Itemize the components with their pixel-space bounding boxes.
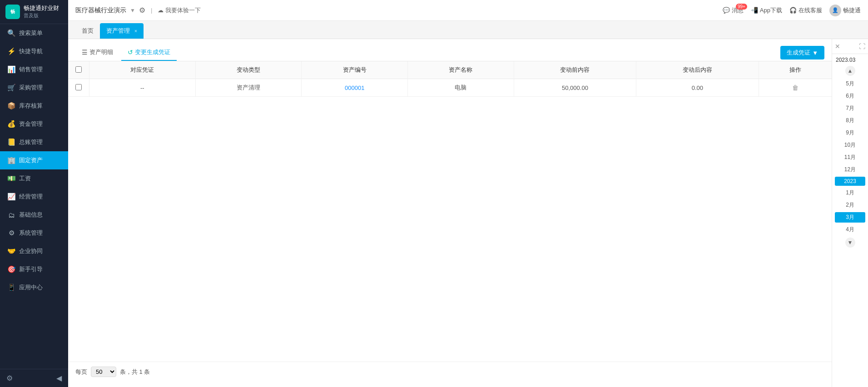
subtab-change-voucher-label: 变更生成凭证 — [135, 48, 170, 56]
sidebar-logo: 畅 畅捷通好业财 普及版 — [0, 0, 68, 24]
flash-icon: ⚡ — [7, 47, 15, 55]
month-9[interactable]: 9月 — [832, 127, 868, 139]
right-panel-header: ✕ ⛶ — [832, 39, 868, 54]
topbar-left: 医疗器械行业演示 ▼ ⚙ | ☁ 我要体验一下 — [75, 6, 201, 15]
refresh-icon: ↺ — [128, 49, 133, 56]
online-service-button[interactable]: 🎧 在线客服 — [789, 6, 822, 15]
row-checkbox[interactable] — [75, 84, 82, 90]
row-before-content: 50,000.00 — [514, 79, 636, 97]
data-table: 对应凭证 变动类型 资产编号 资产名称 变动前内容 变动后内容 操作 — [68, 61, 832, 97]
subtab-change-voucher[interactable]: ↺ 变更生成凭证 — [121, 45, 177, 61]
sidebar-item-guide[interactable]: 🎯 新手引导 — [0, 260, 68, 278]
generate-voucher-button[interactable]: 生成凭证 ▼ — [780, 46, 824, 60]
tab-home-label: 首页 — [82, 27, 94, 34]
page-content: ☰ 资产明细 ↺ 变更生成凭证 生成凭证 ▼ — [68, 39, 868, 387]
search-icon: 🔍 — [7, 29, 15, 37]
month-5[interactable]: 5月 — [832, 78, 868, 90]
app-download-button[interactable]: 📲 App下载 — [751, 6, 782, 15]
date-scroll-down[interactable]: ▼ — [845, 238, 855, 248]
expand-panel-icon[interactable]: ⛶ — [859, 43, 865, 50]
sidebar-label-salary: 工资 — [19, 174, 31, 183]
sidebar-label-ledger: 总账管理 — [19, 138, 43, 146]
username-label: 畅捷通 — [843, 6, 861, 15]
sidebar-item-sales[interactable]: 📊 销售管理 — [0, 60, 68, 79]
chart-icon: 📊 — [7, 65, 15, 74]
sidebar-item-enterprise[interactable]: 🤝 企业协同 — [0, 242, 68, 260]
select-all-checkbox[interactable] — [75, 66, 82, 73]
tab-home[interactable]: 首页 — [75, 23, 100, 39]
sidebar-item-search[interactable]: 🔍 搜索菜单 — [0, 24, 68, 42]
sidebar-item-ledger[interactable]: 📒 总账管理 — [0, 133, 68, 151]
sidebar-item-appcenter[interactable]: 📱 应用中心 — [0, 278, 68, 297]
month-11[interactable]: 11月 — [832, 151, 868, 164]
book-icon: 📒 — [7, 138, 15, 146]
main-area: 医疗器械行业演示 ▼ ⚙ | ☁ 我要体验一下 💬 消息 99+ 📲 App下载… — [68, 0, 868, 387]
month-10[interactable]: 10月 — [832, 139, 868, 151]
sidebar-item-fixedassets[interactable]: 🏢 固定资产 — [0, 151, 68, 169]
target-icon: 🎯 — [7, 265, 15, 273]
year-2023-badge[interactable]: 2023 — [835, 177, 865, 186]
tab-close-icon[interactable]: × — [134, 28, 137, 34]
sidebar-item-quicknav[interactable]: ⚡ 快捷导航 — [0, 42, 68, 60]
sidebar-item-purchase[interactable]: 🛒 采购管理 — [0, 79, 68, 97]
year-header-2023: 2023.03 — [832, 54, 868, 64]
sidebar-label-search: 搜索菜单 — [19, 29, 43, 37]
sidebar-label-operations: 经营管理 — [19, 193, 43, 201]
close-panel-icon[interactable]: ✕ — [835, 43, 840, 50]
month-1[interactable]: 1月 — [832, 187, 868, 199]
sidebar-item-basicinfo[interactable]: 🗂 基础信息 — [0, 206, 68, 224]
sidebar-label-quicknav: 快捷导航 — [19, 47, 43, 55]
month-6[interactable]: 6月 — [832, 90, 868, 102]
experience-button[interactable]: ☁ 我要体验一下 — [158, 6, 201, 15]
sidebar-item-salary[interactable]: 💵 工资 — [0, 169, 68, 188]
right-date-panel: ✕ ⛶ 2023.03 ▲ 5月 6月 7月 8月 9月 10月 11月 12月… — [832, 39, 868, 387]
select-all-header — [68, 61, 89, 79]
month-8[interactable]: 8月 — [832, 114, 868, 127]
table-header-row: 对应凭证 变动类型 资产编号 资产名称 变动前内容 变动后内容 操作 — [68, 61, 832, 79]
building-icon: 🏢 — [7, 156, 15, 164]
date-scroll-up[interactable]: ▲ — [845, 66, 855, 76]
box-icon: 📦 — [7, 102, 15, 110]
sidebar-item-operations[interactable]: 📈 经营管理 — [0, 188, 68, 206]
sidebar-label-guide: 新手引导 — [19, 265, 43, 273]
sidebar-label-appcenter: 应用中心 — [19, 283, 43, 292]
settings-bottom-icon[interactable]: ⚙ — [6, 374, 13, 382]
month-3-active[interactable]: 3月 — [835, 212, 865, 223]
tab-asset-management[interactable]: 资产管理 × — [100, 23, 144, 39]
company-settings-icon[interactable]: ⚙ — [139, 6, 145, 15]
sidebar-item-system[interactable]: ⚙ 系统管理 — [0, 224, 68, 242]
month-4[interactable]: 4月 — [832, 223, 868, 236]
company-dropdown-icon[interactable]: ▼ — [130, 7, 135, 14]
sidebar-item-funds[interactable]: 💰 资金管理 — [0, 115, 68, 133]
sidebar-label-funds: 资金管理 — [19, 120, 43, 128]
date-sidebar: 2023.03 ▲ 5月 6月 7月 8月 9月 10月 11月 12月 202… — [832, 54, 868, 387]
month-12[interactable]: 12月 — [832, 164, 868, 176]
sidebar: 畅 畅捷通好业财 普及版 🔍 搜索菜单 ⚡ 快捷导航 📊 销售管理 🛒 采购管理… — [0, 0, 68, 387]
sidebar-label-fixedassets: 固定资产 — [19, 156, 43, 164]
month-7[interactable]: 7月 — [832, 102, 868, 114]
salary-icon: 💵 — [7, 174, 15, 183]
user-menu[interactable]: 👤 畅捷通 — [829, 5, 861, 16]
sidebar-footer: ⚙ ◀ — [0, 369, 68, 387]
col-before-content: 变动前内容 — [514, 61, 636, 79]
main-panel: ☰ 资产明细 ↺ 变更生成凭证 生成凭证 ▼ — [68, 39, 832, 387]
col-change-type: 变动类型 — [195, 61, 302, 79]
tab-asset-label: 资产管理 — [106, 27, 130, 34]
cloud-icon: ☁ — [158, 7, 164, 14]
message-icon: 💬 — [723, 7, 730, 14]
app-logo-icon: 畅 — [5, 5, 20, 19]
per-page-select[interactable]: 10 20 50 100 — [91, 367, 116, 377]
subtab-asset-detail[interactable]: ☰ 资产明细 — [75, 45, 119, 61]
app-name: 畅捷通好业财 — [24, 5, 59, 12]
handshake-icon: 🤝 — [7, 247, 15, 255]
collapse-sidebar-icon[interactable]: ◀ — [56, 374, 62, 382]
col-after-content: 变动后内容 — [636, 61, 759, 79]
message-button[interactable]: 💬 消息 99+ — [723, 6, 744, 15]
company-name: 医疗器械行业演示 — [75, 6, 126, 15]
delete-row-icon[interactable]: 🗑 — [792, 84, 799, 91]
sidebar-item-inventory[interactable]: 📦 库存核算 — [0, 97, 68, 115]
total-count: 条，共 1 条 — [120, 368, 150, 376]
month-2[interactable]: 2月 — [832, 199, 868, 211]
col-voucher: 对应凭证 — [89, 61, 196, 79]
row-after-content: 0.00 — [636, 79, 759, 97]
